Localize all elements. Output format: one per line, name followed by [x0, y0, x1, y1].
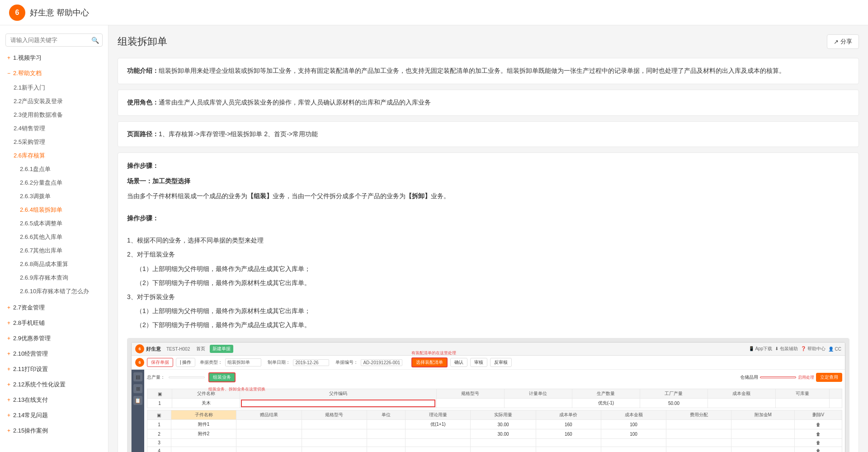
mock-td-p-avail — [775, 399, 829, 408]
mock-app-icon: 📱 App下载 — [749, 346, 772, 352]
mock-input-qty[interactable] — [169, 376, 205, 378]
sidebar-item-sales[interactable]: 2.4销售管理 — [0, 122, 108, 135]
mock-th-c-cprice: 成本单价 — [536, 410, 601, 420]
sidebar-item-install[interactable]: 2.2产品安装及登录 — [0, 95, 108, 108]
mock-th-c-camount: 成本金额 — [601, 410, 666, 420]
sidebar-item-inventory[interactable]: 2.6库存核算 — [0, 149, 108, 162]
scene1-desc: 当由多个子件材料组装成一个成品的业务为【组装】业务，当由一个父件拆分成多个子产品… — [127, 190, 849, 202]
mock-input-warehouse[interactable] — [760, 376, 796, 378]
mock-td-c1-r1 — [236, 420, 302, 429]
expand-icon-4: + — [7, 335, 10, 342]
mock-nav-home[interactable]: 首页 — [193, 345, 208, 353]
mock-btn-action[interactable]: | 操作 — [176, 358, 195, 367]
sidebar-item-cost-recalc[interactable]: 2.6.8商品成本重算 — [0, 257, 108, 271]
site-name: 好生意 帮助中心 — [30, 7, 89, 18]
mock-th-c-spec: 规格型号 — [302, 410, 367, 420]
mock-label-date: 制单日期： — [268, 359, 290, 366]
mock-btn-confirm[interactable]: 确认 — [450, 358, 467, 367]
sidebar-item-inbound[interactable]: 2.6.6其他入库单 — [0, 230, 108, 244]
role-text: 通常由生产人员或库管人员完成拆装业务的操作，库管人员确认原材料的出库和产成品的入… — [159, 99, 431, 106]
sidebar-item-outbound[interactable]: 2.6.7其他出库单 — [0, 244, 108, 257]
sidebar-item-coupon[interactable]: + 2.9优惠券管理 — [0, 331, 108, 346]
mock-sidebar-icon-3: 📋 — [133, 396, 142, 405]
mock-btn-type-switch[interactable]: 组装业务 — [208, 372, 236, 382]
ops-step-3: 3、对于拆装业务 — [127, 291, 849, 303]
mock-th-unit: 计量单位 — [504, 389, 572, 399]
mock-type-switch-wrapper: 组装业务 组装业务、拆卸业务在这里切换 — [208, 372, 236, 382]
scene1-title: 场景一：加工类型选择 — [127, 176, 849, 187]
mock-btn-select-bom[interactable]: 选择装配清单 — [411, 357, 448, 367]
intro-card: 功能介绍：组装拆卸单用来处理企业组装或拆卸等加工业务，支持有固定装配清单的产品加… — [118, 58, 859, 84]
mock-download-icon: ⬇ 包装辅助 — [775, 346, 798, 352]
page-header: 组装拆卸单 ↗ 分享 — [118, 34, 859, 49]
mock-td-c3-del[interactable]: 🗑 — [794, 439, 842, 447]
sidebar-item-ops[interactable]: + 2.10经营管理 — [0, 346, 108, 362]
sidebar-item-purchase[interactable]: 2.5采购管理 — [0, 135, 108, 149]
expand-icon-7: + — [7, 381, 10, 388]
sidebar-item-mobile[interactable]: + 2.8手机旺铺 — [0, 315, 108, 331]
mock-th-c-name: 子件名称 — [171, 410, 236, 420]
mock-td-p-act — [830, 399, 842, 408]
sidebar-item-cost-adjust[interactable]: 2.6.5成本调整单 — [0, 217, 108, 230]
sidebar-item-docs[interactable]: − 2.帮助文档 — [0, 66, 108, 81]
ops-section: 操作步骤： 场景一：加工类型选择 当由多个子件材料组装成一个成品的业务为【组装】… — [118, 152, 859, 452]
mock-td-p-code[interactable] — [240, 399, 437, 408]
mock-td-c2-unit — [367, 429, 405, 439]
mock-th-check: ▣ — [147, 389, 172, 399]
mock-nav-newdoc[interactable]: 新建单据 — [210, 345, 233, 353]
mock-td-c2-name: 附件2 — [171, 429, 236, 439]
mock-left-sidebar: ▤ ⊞ 📋 — [132, 370, 144, 452]
sidebar-item-faq[interactable]: + 2.14常见问题 — [0, 408, 108, 423]
sidebar-item-print[interactable]: + 2.11打印设置 — [0, 362, 108, 377]
mock-btn-enable[interactable]: 立定查用 — [816, 373, 842, 382]
mock-input-type[interactable]: 组装拆卸单 — [225, 358, 261, 366]
annotation-bom: 有装配清单的在这里处理 — [411, 350, 456, 356]
sidebar-item-ledger-error[interactable]: 2.6.10库存账本错了怎么办 — [0, 285, 108, 298]
sidebar-item-data-prep[interactable]: 2.3使用前数据准备 — [0, 108, 108, 122]
mock-td-c1-del[interactable]: 🗑 — [794, 420, 842, 429]
screenshot-container: 6 好生意 TEST-H002 首页 新建单据 📱 App下载 ⬇ 包装辅助 — [127, 338, 849, 452]
mock-th-prod-qty: 生产数量 — [572, 389, 640, 399]
mock-th-spec: 规格型号 — [436, 389, 504, 399]
sidebar-item-config[interactable]: + 2.12系统个性化设置 — [0, 377, 108, 392]
sidebar-item-cases[interactable]: + 2.15操作案例 — [0, 423, 108, 438]
mock-td-c2-actual: 30.00 — [471, 429, 536, 439]
mock-td-c2-del[interactable]: 🗑 — [794, 429, 842, 439]
mock-field-date: 制单日期： 2019-12-26 — [268, 359, 329, 366]
share-button[interactable]: ↗ 分享 — [827, 34, 859, 49]
mock-td-c1-check: 1 — [147, 420, 171, 429]
mock-td-c1-spec — [302, 420, 367, 429]
sidebar-item-video[interactable]: + 1.视频学习 — [0, 50, 108, 66]
search-input[interactable] — [5, 33, 103, 47]
ops-step-2: 2、对于组装业务 — [127, 249, 849, 260]
mock-input-date[interactable]: 2019-12-26 — [293, 359, 329, 366]
search-box[interactable]: 🔍 — [0, 30, 108, 50]
sidebar-item-payment[interactable]: + 2.13在线支付 — [0, 392, 108, 408]
mock-child-row-1: 1 附件1 优(1+1) 30.00 160 — [147, 420, 842, 429]
sidebar-item-inventory-check[interactable]: 2.6.1盘点单 — [0, 162, 108, 176]
mock-td-c1-extra — [731, 420, 794, 429]
sidebar-item-newbie[interactable]: 2.1新手入门 — [0, 81, 108, 95]
sidebar-item-assemble[interactable]: 2.6.4组装拆卸单 — [0, 203, 108, 217]
sidebar-item-finance[interactable]: + 2.7资金管理 — [0, 300, 108, 315]
mock-btn-save[interactable]: 保存单据 — [147, 358, 173, 367]
mock-th-avail: 可库量 — [775, 389, 829, 399]
mock-child-table: ▣ 子件名称 赠品结果 规格型号 单位 理论用量 实际用量 成本 — [147, 410, 842, 452]
mock-input-num[interactable]: AD-20191226-001 — [361, 359, 402, 366]
sidebar-item-inventory-partial[interactable]: 2.6.2分量盘点单 — [0, 176, 108, 190]
mock-btn-review[interactable]: 审核 — [470, 358, 487, 367]
mock-body: ▤ ⊞ 📋 总产量： — [132, 370, 845, 452]
mock-toolbar-logo: 6 — [135, 358, 144, 367]
share-icon: ↗ — [834, 38, 839, 45]
sidebar-item-inventory-ledger[interactable]: 2.6.9库存账本查询 — [0, 271, 108, 285]
expand-icon-6: + — [7, 366, 10, 372]
ops-step-2-2: （2）下部明细为子件明细，最终作为原材料生成其它出库单。 — [127, 277, 849, 289]
mock-td-c4-del[interactable]: 🗑 — [794, 447, 842, 452]
mock-td-c2-r1 — [236, 429, 302, 439]
mock-th-parent-code: 父件编码 — [240, 389, 437, 399]
sidebar-item-transfer[interactable]: 2.6.3调拨单 — [0, 190, 108, 203]
mock-parent-row-1: 1 关木 优先(-1) 50.00 — [147, 399, 842, 408]
mock-btn-unreview[interactable]: 反审核 — [490, 358, 512, 367]
main-content: 组装拆卸单 ↗ 分享 功能介绍：组装拆卸单用来处理企业组装或拆卸等加工业务，支持… — [108, 25, 868, 452]
ops-list: 1、根据不同的业务，选择不同单据的类型来处理 2、对于组装业务 （1）上部明细为… — [127, 235, 849, 331]
